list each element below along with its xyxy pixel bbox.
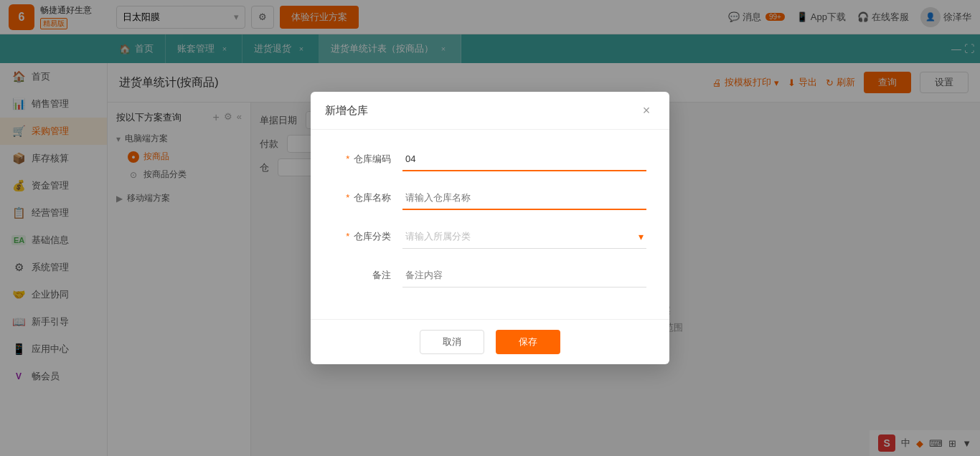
dialog-title: 新增仓库 — [325, 104, 368, 118]
dialog-header: 新增仓库 × — [311, 92, 669, 130]
form-label-category: * 仓库分类 — [334, 230, 391, 243]
form-row-code: * 仓库编码 — [334, 147, 646, 171]
warehouse-code-input[interactable] — [402, 147, 646, 171]
save-button[interactable]: 保存 — [496, 330, 560, 354]
warehouse-category-wrapper: 请输入所属分类 ▾ — [402, 224, 646, 249]
form-row-remark: 备注 — [334, 263, 646, 288]
form-label-name: * 仓库名称 — [334, 191, 391, 204]
warehouse-name-input[interactable] — [402, 186, 646, 210]
dialog-new-warehouse: 新增仓库 × * 仓库编码 * 仓库名称 — [311, 92, 669, 364]
dialog-close-button[interactable]: × — [638, 102, 655, 119]
cancel-button[interactable]: 取消 — [420, 330, 484, 354]
warehouse-remark-input[interactable] — [402, 263, 646, 288]
form-label-code: * 仓库编码 — [334, 153, 391, 166]
warehouse-category-select[interactable]: 请输入所属分类 — [402, 224, 646, 249]
form-row-category: * 仓库分类 请输入所属分类 ▾ — [334, 224, 646, 249]
form-row-name: * 仓库名称 — [334, 186, 646, 210]
modal-overlay[interactable]: 新增仓库 × * 仓库编码 * 仓库名称 — [0, 0, 980, 456]
dialog-body: * 仓库编码 * 仓库名称 * 仓库分类 — [311, 130, 669, 319]
dialog-footer: 取消 保存 — [311, 319, 669, 364]
form-label-remark: 备注 — [334, 269, 391, 282]
